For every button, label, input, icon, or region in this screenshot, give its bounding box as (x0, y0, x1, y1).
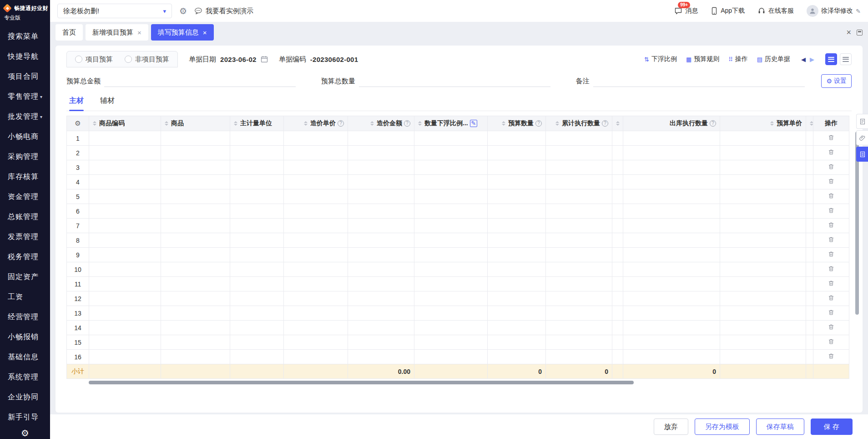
column-header-0[interactable]: 商品编码 (89, 116, 161, 131)
grid-cell[interactable] (414, 335, 488, 350)
tab-1[interactable]: 新增项目预算× (86, 24, 148, 41)
grid-cell[interactable] (720, 262, 806, 277)
grid-cell[interactable] (488, 335, 546, 350)
grid-cell[interactable] (414, 321, 488, 335)
grid-cell[interactable] (546, 306, 612, 321)
grid-cell[interactable] (230, 335, 284, 350)
grid-cell[interactable] (414, 248, 488, 262)
sort-icon[interactable] (93, 121, 96, 126)
horizontal-scrollbar[interactable] (66, 381, 849, 385)
demo-link[interactable]: 我要看实例演示 (194, 7, 253, 15)
grid-cell[interactable] (89, 131, 161, 146)
gear-icon[interactable]: ⚙ (75, 119, 81, 127)
column-header-2[interactable]: 主计量单位 (230, 116, 284, 131)
user-menu[interactable]: 徐泽华修改 ✎ (807, 5, 861, 17)
grid-cell[interactable] (230, 291, 284, 306)
edit-column-icon[interactable]: ✎ (470, 120, 477, 127)
grid-cell[interactable] (806, 146, 813, 160)
delete-row-icon[interactable] (828, 295, 834, 302)
sort-icon[interactable] (370, 121, 374, 126)
grid-cell[interactable] (546, 175, 612, 189)
sidebar-item-19[interactable]: 新手引导 (0, 407, 50, 427)
grid-cell[interactable] (623, 335, 720, 350)
grid-cell[interactable] (488, 219, 546, 233)
grid-cell[interactable] (546, 262, 612, 277)
grid-cell[interactable] (612, 175, 623, 189)
grid-cell[interactable] (806, 219, 813, 233)
grid-cell[interactable] (161, 131, 230, 146)
grid-cell[interactable] (546, 291, 612, 306)
grid-cell[interactable] (161, 262, 230, 277)
grid-cell[interactable] (348, 219, 414, 233)
grid-cell[interactable] (348, 306, 414, 321)
info-icon[interactable]: ? (338, 120, 344, 127)
grid-cell[interactable] (546, 204, 612, 219)
grid-cell[interactable] (284, 291, 348, 306)
grid-cell[interactable] (89, 277, 161, 291)
grid-cell[interactable] (623, 248, 720, 262)
grid-cell[interactable] (546, 233, 612, 248)
delete-row-icon[interactable] (828, 280, 834, 288)
grid-cell[interactable] (720, 291, 806, 306)
grid-cell[interactable] (612, 321, 623, 335)
delete-row-icon[interactable] (828, 149, 834, 157)
tab-layout-icon[interactable] (857, 30, 863, 36)
grid-cell[interactable] (720, 321, 806, 335)
grid-cell[interactable] (161, 219, 230, 233)
grid-cell[interactable] (161, 233, 230, 248)
grid-cell[interactable] (348, 233, 414, 248)
grid-cell[interactable] (546, 219, 612, 233)
grid-cell[interactable] (161, 291, 230, 306)
column-header-7[interactable]: 累计执行数量? (546, 116, 612, 131)
grid-cell[interactable] (623, 204, 720, 219)
grid-cell[interactable] (89, 146, 161, 160)
grid-cell[interactable] (623, 175, 720, 189)
grid-cell[interactable] (230, 131, 284, 146)
grid-cell[interactable] (546, 350, 612, 364)
grid-cell[interactable] (230, 160, 284, 175)
info-icon[interactable]: ? (404, 120, 410, 127)
grid-cell[interactable] (348, 160, 414, 175)
grid-cell[interactable] (89, 350, 161, 364)
grid-cell[interactable] (89, 189, 161, 204)
abandon-button[interactable]: 放弃 (654, 419, 688, 435)
save-as-template-button[interactable]: 另存为模板 (695, 419, 750, 435)
grid-cell[interactable] (89, 321, 161, 335)
grid-cell[interactable] (488, 131, 546, 146)
grid-cell[interactable] (806, 160, 813, 175)
vertical-scrollbar[interactable] (855, 131, 859, 364)
messages-button[interactable]: 99+ 消息 (674, 7, 698, 15)
grid-cell[interactable] (230, 233, 284, 248)
grid-cell[interactable] (720, 131, 806, 146)
delete-row-icon[interactable] (828, 134, 834, 142)
grid-cell[interactable] (161, 189, 230, 204)
grid-cell[interactable] (612, 131, 623, 146)
column-header-11[interactable] (806, 116, 813, 131)
delete-row-icon[interactable] (828, 207, 834, 215)
grid-cell[interactable] (414, 306, 488, 321)
sort-icon[interactable] (165, 121, 168, 126)
grid-cell[interactable] (348, 204, 414, 219)
grid-cell[interactable] (806, 291, 813, 306)
delete-row-icon[interactable] (828, 251, 834, 259)
tab-0[interactable]: 首页 (56, 24, 83, 41)
sidebar-settings-gear-icon[interactable]: ⚙ (0, 427, 50, 439)
grid-cell[interactable] (161, 350, 230, 364)
grid-cell[interactable] (546, 248, 612, 262)
grid-cell[interactable] (623, 160, 720, 175)
sidebar-item-7[interactable]: 库存核算 (0, 167, 50, 187)
grid-cell[interactable] (612, 306, 623, 321)
calendar-icon[interactable] (261, 56, 268, 63)
sort-icon[interactable] (304, 121, 308, 126)
sort-icon[interactable] (555, 121, 559, 126)
grid-cell[interactable] (414, 291, 488, 306)
sidebar-item-13[interactable]: 工资 (0, 287, 50, 307)
grid-cell[interactable] (284, 335, 348, 350)
delete-row-icon[interactable] (828, 353, 834, 361)
tab-2[interactable]: 填写预算信息× (151, 24, 214, 41)
grid-cell[interactable] (488, 291, 546, 306)
grid-cell[interactable] (348, 262, 414, 277)
grid-cell[interactable] (414, 350, 488, 364)
grid-cell[interactable] (161, 248, 230, 262)
grid-cell[interactable] (89, 335, 161, 350)
